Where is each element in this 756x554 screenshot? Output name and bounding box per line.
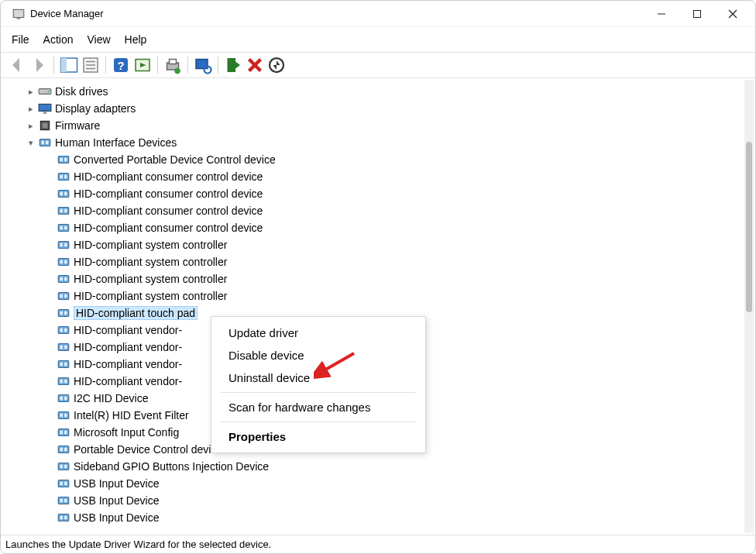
toolbar: ? bbox=[1, 52, 755, 78]
toolbar-separator bbox=[157, 57, 158, 74]
back-button[interactable] bbox=[7, 55, 27, 75]
tree-category[interactable]: ▸Disk drives bbox=[10, 83, 755, 100]
toolbar-separator bbox=[105, 57, 106, 74]
svg-rect-1 bbox=[17, 17, 21, 19]
tree-device-item[interactable]: Sideband GPIO Buttons Injection Device bbox=[10, 458, 755, 475]
tree-device-item[interactable]: HID-compliant system controller bbox=[10, 236, 755, 253]
svg-rect-60 bbox=[64, 277, 67, 281]
tree-device-item[interactable]: HID-compliant consumer control device bbox=[10, 168, 755, 185]
svg-rect-100 bbox=[58, 514, 69, 521]
device-icon bbox=[57, 341, 70, 353]
svg-rect-53 bbox=[60, 243, 63, 247]
svg-rect-3 bbox=[694, 10, 701, 17]
minimize-button[interactable] bbox=[644, 1, 679, 27]
svg-rect-84 bbox=[64, 414, 67, 418]
context-properties[interactable]: Properties bbox=[211, 425, 425, 448]
svg-rect-73 bbox=[58, 361, 69, 368]
tree-category[interactable]: ▾Human Interface Devices bbox=[10, 134, 755, 151]
device-label: USB Input Device bbox=[74, 494, 160, 507]
device-tree[interactable]: ▸Disk drives▸Display adapters▸Firmware▾H… bbox=[1, 78, 755, 535]
device-manager-window: Device Manager File Action View Help ? ▸ bbox=[0, 0, 756, 554]
svg-rect-44 bbox=[60, 192, 63, 196]
category-icon bbox=[38, 136, 52, 149]
forward-button[interactable] bbox=[29, 55, 49, 75]
device-label: HID-compliant touch pad bbox=[74, 306, 198, 320]
svg-rect-95 bbox=[60, 482, 63, 486]
device-label: HID-compliant consumer control device bbox=[74, 188, 263, 200]
svg-rect-74 bbox=[60, 363, 63, 366]
tree-device-item[interactable]: HID-compliant consumer control device bbox=[10, 185, 755, 202]
window-controls bbox=[644, 1, 751, 27]
category-label: Human Interface Devices bbox=[55, 136, 177, 149]
device-label: HID-compliant system controller bbox=[74, 256, 227, 268]
category-icon bbox=[38, 85, 52, 98]
device-label: HID-compliant vendor- bbox=[74, 341, 182, 353]
device-label: HID-compliant system controller bbox=[74, 273, 227, 285]
tree-device-item[interactable]: USB Input Device bbox=[10, 509, 755, 526]
help-button[interactable]: ? bbox=[111, 55, 131, 75]
tree-device-item[interactable]: HID-compliant system controller bbox=[10, 253, 755, 270]
context-uninstall-device[interactable]: Uninstall device bbox=[211, 366, 425, 389]
action-button[interactable] bbox=[132, 55, 153, 75]
svg-rect-54 bbox=[64, 243, 67, 247]
svg-rect-34 bbox=[40, 139, 50, 146]
svg-rect-37 bbox=[58, 157, 69, 163]
tree-device-item[interactable]: HID-compliant consumer control device bbox=[10, 219, 755, 236]
context-menu: Update driver Disable device Uninstall d… bbox=[211, 316, 426, 453]
show-hide-tree-button[interactable] bbox=[59, 55, 79, 75]
expand-toggle[interactable]: ▾ bbox=[24, 138, 38, 148]
menu-action[interactable]: Action bbox=[43, 33, 74, 46]
context-disable-device[interactable]: Disable device bbox=[211, 344, 425, 366]
svg-rect-62 bbox=[60, 294, 63, 298]
context-separator bbox=[221, 392, 416, 393]
svg-marker-26 bbox=[277, 60, 280, 65]
scrollbar-thumb[interactable] bbox=[746, 142, 752, 312]
print-button[interactable] bbox=[163, 55, 183, 75]
tree-category[interactable]: ▸Display adapters bbox=[10, 100, 755, 117]
menu-help[interactable]: Help bbox=[125, 33, 147, 46]
tree-category[interactable]: ▸Firmware bbox=[10, 117, 755, 134]
svg-rect-63 bbox=[64, 294, 67, 298]
statusbar: Launches the Update Driver Wizard for th… bbox=[1, 535, 755, 553]
tree-device-item[interactable]: HID-compliant system controller bbox=[10, 287, 755, 305]
tree-device-item[interactable]: HID-compliant consumer control device bbox=[10, 202, 755, 219]
expand-toggle[interactable]: ▸ bbox=[24, 87, 38, 97]
svg-rect-77 bbox=[60, 380, 63, 384]
tree-device-item[interactable]: USB Input Device bbox=[10, 475, 755, 492]
context-scan-hardware[interactable]: Scan for hardware changes bbox=[211, 396, 425, 418]
tree-device-item[interactable]: USB Input Device bbox=[10, 492, 755, 509]
svg-rect-21 bbox=[228, 58, 236, 72]
tree-device-item[interactable]: Converted Portable Device Control device bbox=[10, 151, 755, 168]
context-separator bbox=[221, 422, 416, 422]
enable-device-button[interactable] bbox=[223, 55, 243, 75]
svg-rect-90 bbox=[64, 448, 67, 452]
vertical-scrollbar[interactable] bbox=[744, 80, 754, 533]
properties-button[interactable] bbox=[81, 55, 101, 75]
disable-device-button[interactable] bbox=[245, 55, 265, 75]
menu-file[interactable]: File bbox=[12, 33, 29, 46]
expand-toggle[interactable]: ▸ bbox=[24, 104, 38, 114]
update-driver-button[interactable] bbox=[266, 55, 287, 75]
svg-rect-64 bbox=[58, 310, 69, 317]
svg-rect-39 bbox=[64, 158, 67, 162]
close-button[interactable] bbox=[715, 1, 751, 27]
device-label: HID-compliant system controller bbox=[74, 290, 227, 302]
maximize-button[interactable] bbox=[679, 1, 715, 27]
svg-rect-57 bbox=[64, 260, 67, 264]
svg-rect-41 bbox=[60, 175, 63, 179]
device-label: USB Input Device bbox=[74, 511, 160, 524]
expand-toggle[interactable]: ▸ bbox=[24, 121, 38, 131]
device-label: HID-compliant system controller bbox=[74, 239, 227, 251]
svg-rect-47 bbox=[60, 209, 63, 213]
device-icon bbox=[57, 307, 70, 319]
scan-hardware-button[interactable] bbox=[193, 55, 213, 75]
svg-rect-92 bbox=[60, 465, 63, 469]
tree-device-item[interactable]: HID-compliant system controller bbox=[10, 270, 755, 287]
svg-rect-42 bbox=[64, 175, 67, 179]
svg-rect-87 bbox=[64, 431, 67, 435]
menu-view[interactable]: View bbox=[87, 33, 110, 46]
context-update-driver[interactable]: Update driver bbox=[211, 322, 425, 344]
svg-rect-68 bbox=[60, 329, 63, 332]
device-label: USB Input Device bbox=[74, 477, 160, 490]
device-label: Sideband GPIO Buttons Injection Device bbox=[74, 460, 269, 473]
